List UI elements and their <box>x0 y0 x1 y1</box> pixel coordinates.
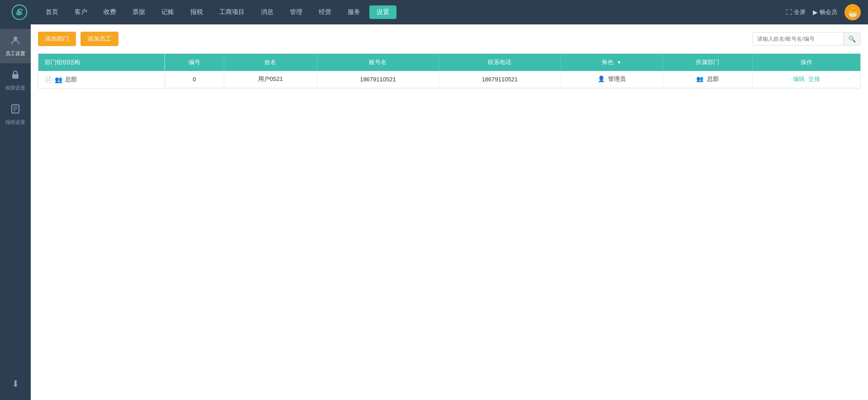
col-header-role: 角色 ▼ <box>561 54 663 71</box>
tree-header: 部门组织结构 <box>38 54 165 71</box>
cell-role: 👤 管理员 <box>561 71 663 88</box>
nav-item-business[interactable]: 工商项目 <box>212 5 252 19</box>
fullscreen-button[interactable]: ⛶ 全屏 <box>786 8 806 16</box>
logo-icon <box>11 4 28 20</box>
nav-item-fee[interactable]: 收费 <box>96 5 123 19</box>
col-header-phone: 联系电话 <box>439 54 561 71</box>
vip-icon: ▶ <box>813 9 818 16</box>
nav-item-message[interactable]: 消息 <box>254 5 281 19</box>
sidebar-download-button[interactable]: ⬇ <box>0 372 31 395</box>
nav-item-operation[interactable]: 经营 <box>311 5 339 19</box>
tree-panel: 部门组织结构 📄 👥 总部 <box>38 54 165 88</box>
col-header-name: 姓名 <box>224 54 317 71</box>
nav-item-customer[interactable]: 客户 <box>67 5 94 19</box>
action-edit-link[interactable]: 编辑 <box>793 75 805 82</box>
nav-item-tax[interactable]: 报税 <box>183 5 210 19</box>
toolbar: 添加部门 添加员工 🔍 <box>38 32 861 46</box>
data-table: 编号 姓名 账号名 联系电话 角色 ▼ 所属部门 操作 <box>165 54 860 88</box>
fullscreen-label: 全屏 <box>794 8 806 16</box>
tree-item-label: 总部 <box>65 75 77 84</box>
nav-item-manage[interactable]: 管理 <box>283 5 310 19</box>
data-table-wrap: 编号 姓名 账号名 联系电话 角色 ▼ 所属部门 操作 <box>165 54 860 88</box>
dept-user-icon: 👥 <box>55 76 62 83</box>
user-avatar[interactable]: 🐣 <box>844 4 861 20</box>
role-filter-icon[interactable]: ▼ <box>617 60 622 65</box>
add-employee-button[interactable]: 添加员工 <box>80 32 118 46</box>
sidebar-item-employee-label: 员工设置 <box>5 50 25 57</box>
sidebar-bottom: ⬇ <box>0 372 31 395</box>
tree-item-general[interactable]: 📄 👥 总部 <box>38 71 165 88</box>
col-header-dept: 所属部门 <box>663 54 752 71</box>
sidebar-item-tax-label: 报税设置 <box>5 119 25 126</box>
search-icon: 🔍 <box>848 35 856 42</box>
svg-rect-2 <box>12 74 19 79</box>
main-layout: 员工设置 权限设置 报税设置 ⬇ 添加部门 添加员工 <box>0 24 868 400</box>
sidebar-item-employee[interactable]: 员工设置 <box>0 29 31 63</box>
add-dept-button[interactable]: 添加部门 <box>38 32 76 46</box>
table-header-row: 编号 姓名 账号名 联系电话 角色 ▼ 所属部门 操作 <box>165 54 860 71</box>
role-icon: 👤 <box>598 75 605 82</box>
employee-icon <box>10 35 20 47</box>
col-header-id: 编号 <box>165 54 224 71</box>
lock-icon <box>11 70 20 82</box>
nav-item-settings[interactable]: 设置 <box>369 5 396 19</box>
sidebar-item-permission-label: 权限设置 <box>5 85 25 91</box>
cell-dept: 👥 总部 <box>663 71 752 88</box>
cell-id: 0 <box>165 71 224 88</box>
logo-area <box>5 4 34 20</box>
nav-item-home[interactable]: 首页 <box>38 5 66 19</box>
tax-setting-icon <box>10 104 20 116</box>
action-transfer-link[interactable]: 交接 <box>808 75 820 82</box>
search-button[interactable]: 🔍 <box>843 33 860 45</box>
file-icon: 📄 <box>45 76 52 83</box>
table-layout: 部门组织结构 📄 👥 总部 编号 姓名 账号名 联系电话 <box>38 53 861 89</box>
fullscreen-icon: ⛶ <box>786 9 792 16</box>
dept-icon: 👥 <box>696 75 703 82</box>
vip-button[interactable]: ▶ 畅会员 <box>813 8 837 16</box>
sidebar: 员工设置 权限设置 报税设置 ⬇ <box>0 24 31 400</box>
top-navigation: 首页 客户 收费 票据 记账 报税 工商项目 消息 管理 经营 服务 设置 ⛶ … <box>0 0 868 24</box>
sidebar-item-permission[interactable]: 权限设置 <box>0 63 31 98</box>
svg-point-1 <box>14 37 17 40</box>
col-header-action: 操作 <box>752 54 860 71</box>
nav-item-account[interactable]: 记账 <box>154 5 181 19</box>
col-header-account: 账号名 <box>317 54 439 71</box>
table-row: 0 用户0521 18679110521 18679110521 👤 管理员 👥… <box>165 71 860 88</box>
nav-right: ⛶ 全屏 ▶ 畅会员 🐣 <box>786 4 868 20</box>
search-box: 🔍 <box>752 32 861 46</box>
nav-item-service[interactable]: 服务 <box>340 5 368 19</box>
vip-label: 畅会员 <box>820 8 837 16</box>
cell-name: 用户0521 <box>224 71 317 88</box>
content-area: 添加部门 添加员工 🔍 部门组织结构 📄 👥 总部 <box>31 24 868 400</box>
search-input[interactable] <box>753 33 843 45</box>
cell-phone: 18679110521 <box>439 71 561 88</box>
nav-item-bill[interactable]: 票据 <box>125 5 152 19</box>
download-icon: ⬇ <box>12 378 19 389</box>
cell-actions: 编辑交接 <box>752 71 860 88</box>
nav-items: 首页 客户 收费 票据 记账 报税 工商项目 消息 管理 经营 服务 设置 <box>34 5 786 19</box>
cell-account: 18679110521 <box>317 71 439 88</box>
sidebar-item-tax-setting[interactable]: 报税设置 <box>0 98 31 132</box>
